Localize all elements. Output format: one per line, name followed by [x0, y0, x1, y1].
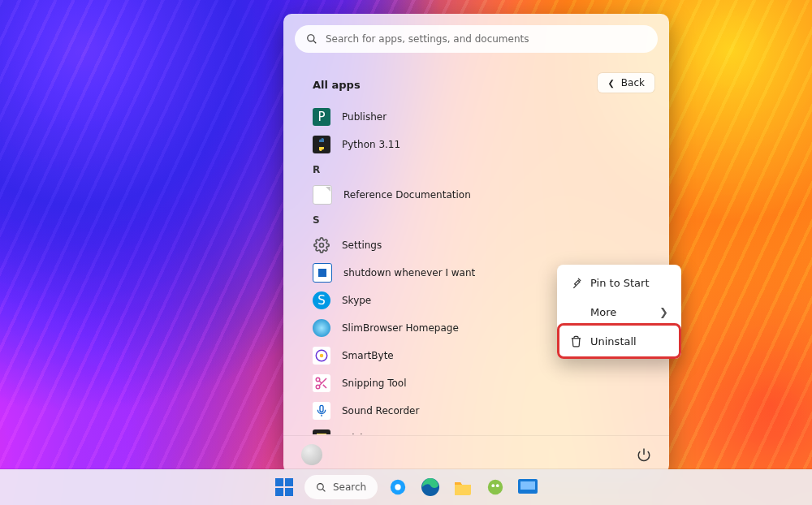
search-icon — [316, 482, 326, 493]
back-label: Back — [621, 77, 645, 88]
app-label: Sound Recorder — [342, 405, 419, 417]
svg-point-18 — [492, 484, 495, 487]
app-reference-documentation[interactable]: Reference Documentation — [306, 181, 646, 209]
taskbar-app-2[interactable] — [516, 475, 540, 499]
app-sound-recorder[interactable]: Sound Recorder — [306, 397, 646, 425]
svg-point-12 — [317, 483, 324, 490]
app-label: Settings — [342, 240, 382, 251]
taskbar-search[interactable]: Search — [304, 475, 378, 499]
taskbar: Search — [0, 469, 812, 505]
app-label: Sticky Notes — [342, 433, 402, 434]
smartbyte-icon — [313, 347, 330, 365]
app-settings[interactable]: Settings — [306, 231, 646, 259]
app-label: Publisher — [342, 111, 387, 123]
user-avatar[interactable] — [301, 444, 322, 465]
start-footer — [283, 435, 669, 473]
microphone-icon — [313, 402, 330, 420]
app-label: SlimBrowser Homepage — [342, 322, 459, 334]
taskbar-app-1[interactable] — [483, 475, 508, 499]
publisher-icon: P — [313, 108, 330, 126]
chevron-left-icon: ❮ — [607, 79, 614, 88]
search-icon — [306, 33, 317, 45]
menu-label: More — [590, 306, 616, 318]
chevron-right-icon: ❯ — [659, 306, 668, 318]
app-label: Python 3.11 — [342, 139, 400, 150]
app-context-menu: Pin to Start More ❯ Uninstall — [557, 265, 681, 359]
search-box[interactable]: Search for apps, settings, and documents — [295, 25, 658, 53]
globe-icon — [313, 319, 330, 337]
svg-line-13 — [322, 489, 325, 491]
menu-more[interactable]: More ❯ — [560, 297, 678, 326]
app-label: Skype — [342, 295, 371, 306]
svg-line-8 — [323, 385, 326, 388]
pin-icon — [570, 277, 582, 289]
svg-point-19 — [496, 484, 499, 487]
menu-uninstall[interactable]: Uninstall — [560, 326, 678, 356]
python-icon — [313, 136, 330, 153]
menu-label: Pin to Start — [590, 277, 649, 289]
app-label: Reference Documentation — [343, 189, 471, 201]
document-icon — [313, 185, 332, 205]
app-snipping-tool[interactable]: Snipping Tool — [306, 369, 646, 397]
svg-point-17 — [488, 480, 503, 494]
svg-point-15 — [395, 484, 400, 490]
app-publisher[interactable]: P Publisher — [306, 103, 646, 131]
app-label: Snipping Tool — [342, 378, 406, 389]
start-menu: Search for apps, settings, and documents… — [283, 14, 669, 473]
shortcut-icon — [313, 263, 332, 283]
all-apps-heading: All apps — [313, 79, 361, 91]
trash-icon — [570, 335, 582, 347]
taskbar-edge[interactable] — [418, 475, 443, 499]
svg-point-6 — [316, 385, 320, 389]
sticky-notes-icon — [313, 429, 330, 434]
scissors-icon — [313, 374, 330, 392]
skype-icon: S — [313, 291, 330, 309]
svg-rect-10 — [320, 405, 323, 412]
windows-icon — [275, 478, 293, 496]
app-python[interactable]: Python 3.11 — [306, 131, 646, 158]
svg-point-4 — [320, 354, 324, 358]
svg-point-0 — [308, 35, 314, 41]
svg-point-2 — [320, 244, 324, 248]
svg-rect-21 — [520, 481, 535, 490]
search-placeholder: Search for apps, settings, and documents — [326, 33, 529, 45]
menu-pin-to-start[interactable]: Pin to Start — [560, 268, 678, 297]
gear-icon — [313, 236, 330, 254]
svg-line-1 — [313, 41, 316, 43]
back-button[interactable]: ❮ Back — [598, 73, 654, 93]
menu-label: Uninstall — [590, 335, 637, 347]
taskbar-copilot[interactable] — [386, 475, 410, 499]
svg-point-5 — [316, 378, 320, 382]
app-label: SmartByte — [342, 350, 394, 361]
taskbar-file-explorer[interactable] — [451, 475, 475, 499]
start-button[interactable] — [272, 475, 296, 499]
app-sticky-notes[interactable]: Sticky Notes — [306, 425, 646, 434]
taskbar-search-label: Search — [333, 481, 366, 493]
section-r[interactable]: R — [306, 158, 646, 181]
power-button[interactable] — [637, 447, 651, 462]
section-s[interactable]: S — [306, 209, 646, 231]
app-label: shutdown whenever I want — [343, 267, 475, 278]
svg-line-9 — [319, 381, 322, 383]
